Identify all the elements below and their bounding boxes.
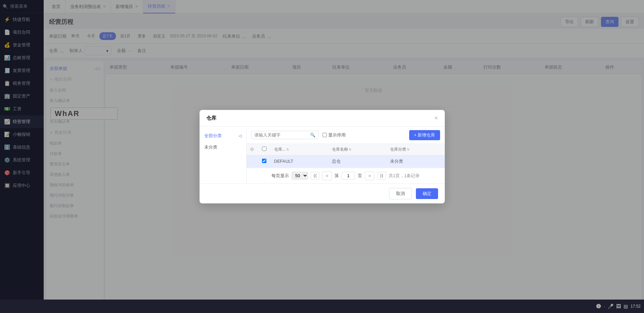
taskbar: 🅢 · 🎤 🖼 ▤ 17:52 bbox=[0, 300, 644, 313]
taskbar-mic-icon: 🎤 bbox=[608, 304, 613, 309]
select-all-checkbox[interactable] bbox=[262, 147, 266, 151]
th-name: 仓库名称⇅ bbox=[329, 144, 387, 155]
row-category: 未分类 bbox=[387, 155, 445, 167]
row-code: DEFAULT bbox=[271, 155, 329, 167]
th-settings: ⚙ bbox=[247, 144, 259, 155]
pagination-total: 共1页，1条记录 bbox=[389, 173, 420, 179]
modal-overlay: 仓库 × 全部分类 ◁ 未分类 🔍 bbox=[0, 0, 644, 313]
pagination-page-label: 算 bbox=[335, 173, 339, 179]
warehouse-row[interactable]: DEFAULT 总仓 未分类 bbox=[247, 155, 445, 167]
confirm-button[interactable]: 确定 bbox=[416, 188, 438, 199]
warehouse-modal: 仓库 × 全部分类 ◁ 未分类 🔍 bbox=[200, 110, 445, 203]
th-category: 仓库分类⇅ bbox=[387, 144, 445, 155]
category-sort-icon: ⇅ bbox=[407, 148, 410, 151]
modal-all-category[interactable]: 全部分类 ◁ bbox=[200, 130, 246, 142]
taskbar-img-icon: 🖼 bbox=[616, 304, 621, 309]
modal-main: 🔍 显示停用 + 新增仓库 ⚙ bbox=[247, 127, 445, 184]
name-sort-icon: ⇅ bbox=[349, 148, 351, 151]
warehouse-table: ⚙ 仓库...⇅ 仓库名称⇅ 仓库分类⇅ DEFAULT 总仓 未分类 bbox=[247, 144, 445, 168]
th-code: 仓库...⇅ bbox=[271, 144, 329, 155]
modal-search-input[interactable] bbox=[254, 132, 308, 138]
modal-search-icon: 🔍 bbox=[310, 132, 315, 138]
settings-gear-icon[interactable]: ⚙ bbox=[250, 147, 254, 152]
page-number-input[interactable] bbox=[342, 172, 355, 180]
modal-toolbar-left: 🔍 显示停用 bbox=[251, 131, 346, 139]
taskbar-dot-icon: · bbox=[604, 304, 605, 309]
prev-page-button[interactable]: ＜ bbox=[322, 171, 332, 180]
show-disabled-text: 显示停用 bbox=[328, 132, 346, 138]
pagination-size-select[interactable]: 50 bbox=[292, 172, 308, 180]
modal-header: 仓库 × bbox=[200, 110, 445, 127]
modal-pagination: 每页显示 50 ⟨⟨ ＜ 算 页 ＞ ⟩⟩ 共1页，1条记录 bbox=[247, 168, 445, 184]
modal-uncategorized-label: 未分类 bbox=[204, 144, 217, 150]
warehouse-table-head: ⚙ 仓库...⇅ 仓库名称⇅ 仓库分类⇅ bbox=[247, 144, 445, 155]
pagination-page-suffix: 页 bbox=[358, 173, 362, 179]
modal-sidebar-collapse-icon[interactable]: ◁ bbox=[239, 133, 242, 138]
next-page-button[interactable]: ＞ bbox=[365, 171, 375, 180]
taskbar-menu-icon: ▤ bbox=[624, 304, 628, 309]
taskbar-s-icon: 🅢 bbox=[596, 304, 601, 309]
cancel-button[interactable]: 取消 bbox=[389, 188, 412, 199]
th-checkbox bbox=[259, 144, 271, 155]
last-page-button[interactable]: ⟩⟩ bbox=[377, 172, 386, 180]
show-disabled-checkbox[interactable] bbox=[323, 133, 327, 137]
pagination-per-page-label: 每页显示 bbox=[271, 173, 289, 179]
taskbar-time: 17:52 bbox=[631, 304, 641, 309]
first-page-button[interactable]: ⟨⟨ bbox=[311, 172, 319, 180]
modal-category-sidebar: 全部分类 ◁ 未分类 bbox=[200, 127, 247, 184]
code-sort-icon: ⇅ bbox=[286, 148, 289, 151]
row-name: 总仓 bbox=[329, 155, 387, 167]
show-disabled-label[interactable]: 显示停用 bbox=[323, 132, 346, 138]
modal-footer: 取消 确定 bbox=[200, 184, 445, 203]
warehouse-table-body: DEFAULT 总仓 未分类 bbox=[247, 155, 445, 167]
modal-body: 全部分类 ◁ 未分类 🔍 显 bbox=[200, 127, 445, 184]
row-checkbox[interactable] bbox=[259, 155, 271, 167]
modal-close-button[interactable]: × bbox=[434, 115, 438, 122]
modal-title: 仓库 bbox=[206, 115, 216, 121]
row-select-checkbox[interactable] bbox=[262, 159, 266, 163]
add-warehouse-button[interactable]: + 新增仓库 bbox=[409, 130, 440, 140]
modal-search-box[interactable]: 🔍 bbox=[251, 131, 318, 139]
modal-toolbar: 🔍 显示停用 + 新增仓库 bbox=[247, 127, 445, 144]
row-settings bbox=[247, 155, 259, 167]
modal-table: ⚙ 仓库...⇅ 仓库名称⇅ 仓库分类⇅ DEFAULT 总仓 未分类 bbox=[247, 144, 445, 168]
modal-all-category-label: 全部分类 bbox=[204, 133, 222, 139]
modal-uncategorized[interactable]: 未分类 bbox=[200, 142, 246, 153]
